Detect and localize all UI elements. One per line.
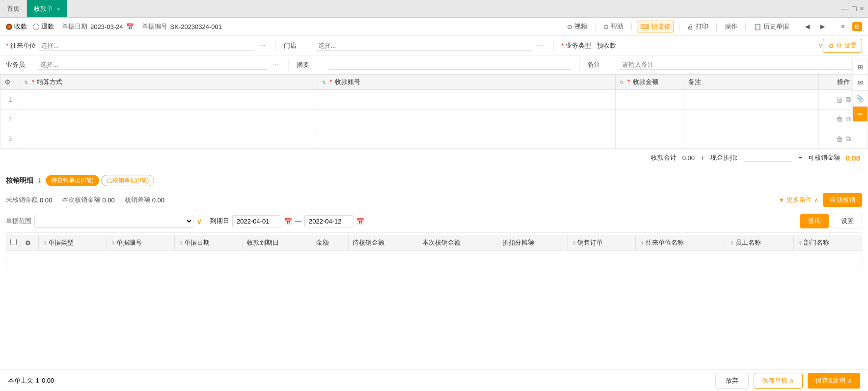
range-chevron[interactable]: ∨ [196,217,202,226]
writeoff-table: ⚙ ⇅ 单据类型 ⇅ 单据编号 ⇅ 单据日期 收款到期日 [6,235,862,270]
more-conditions-btn[interactable]: ▼ 更多条件 ∧ [778,196,819,204]
copy-row-2-icon[interactable]: ⧉ [846,115,851,123]
side-attach-icon[interactable]: 📎 [852,90,868,106]
table-row: 2 🗑 ⧉ [0,110,868,129]
toolbar-right: ⊙ 视频 ⊙ 帮助 ⌨ 快捷键 🖨 打印 操作 [564,21,862,32]
row-settlement-2[interactable] [20,110,318,129]
current-label: 本次核销金额 [62,196,100,204]
amount-value: 0.00 [42,377,54,384]
side-table-icon[interactable]: ⊞ [852,59,868,75]
tab-home[interactable]: 首页 [0,0,27,17]
print-btn[interactable]: 🖨 打印 [684,21,711,32]
row-remark-3[interactable] [684,129,819,149]
row-amount-1[interactable] [616,90,684,110]
close-tab-icon[interactable]: × [57,6,60,12]
col-gear-bottom[interactable]: ⚙ [21,235,39,251]
shortcut-btn[interactable]: ⌨ 快捷键 [637,21,674,32]
remark-input[interactable] [620,60,862,70]
prev-btn[interactable]: ◀ [802,22,813,31]
help-btn[interactable]: ⊙ 帮助 [600,21,626,32]
amount-info-icon[interactable]: ℹ [36,377,39,384]
net-label: 可核销金额 [808,153,840,162]
remark-label: 备注 [588,60,617,69]
row-remark-1[interactable] [684,90,819,110]
col-amount: ⇅ * 收款金额 [616,75,684,90]
section-title: 核销明细 [6,176,33,185]
settings-button[interactable]: ⚙ ⚙ 设置 [823,39,862,53]
net-value: 0.00 [846,154,860,162]
list-view-btn[interactable]: ≡ [838,22,847,31]
save-label: 保存&新增 [815,376,845,385]
query-button[interactable]: 查询 [800,214,829,228]
done-tab[interactable]: 已核销单据(0笔) [101,175,155,186]
receipt-radio[interactable]: 收款 [6,22,27,31]
partner-label: 往来单位 [6,41,36,50]
next-btn[interactable]: ▶ [817,22,828,31]
discount-input[interactable] [743,154,792,162]
current-value: 0.00 [102,196,114,204]
history-btn[interactable]: 📋 历史单据 [751,21,792,32]
window-close-icon[interactable]: × [860,4,864,13]
partner-input[interactable] [39,41,254,51]
col-gear[interactable]: ⚙ [0,75,20,90]
auto-writeoff-button[interactable]: 自动核销 [823,193,862,207]
plus-sign: + [701,154,705,162]
copy-row-1-icon[interactable]: ⧉ [846,95,851,104]
calendar-to-icon[interactable]: 📅 [356,218,364,225]
copy-row-3-icon[interactable]: ⧉ [846,135,851,143]
col-checkbox[interactable] [6,235,21,251]
col-current-writeoff: 本次核销金额 [418,235,498,251]
operation-btn[interactable]: 操作 [722,21,740,32]
select-all-checkbox[interactable] [10,239,17,245]
save-new-button[interactable]: 保存&新增 ∧ [808,373,860,389]
refund-radio[interactable]: 退款 [33,22,54,31]
tab-receipt[interactable]: 收款单 × [27,0,67,17]
draft-chevron-icon: ∧ [789,377,794,384]
store-input[interactable] [316,41,532,51]
row-settlement-3[interactable] [20,129,318,149]
summary-input[interactable] [329,60,571,70]
delete-row-2-icon[interactable]: 🗑 [836,115,843,123]
partner-more-icon[interactable]: ··· [257,41,267,50]
date-from-input[interactable] [232,215,281,227]
calendar-icon[interactable]: 📅 [126,23,134,30]
pending-tab[interactable]: 待核销单据(0笔) [46,175,99,186]
delete-row-1-icon[interactable]: 🗑 [836,96,843,104]
video-btn[interactable]: ⊙ 视频 [564,21,590,32]
date-to-input[interactable] [304,215,353,227]
window-max-icon[interactable]: □ [852,4,857,13]
row-account-2[interactable] [318,110,616,129]
store-more-icon[interactable]: ··· [535,41,545,50]
range-label: 单据范围 [6,217,31,225]
window-min-icon[interactable]: — [841,4,849,13]
date-range: 到期日 📅 — 📅 [210,215,364,227]
row-remark-2[interactable] [684,110,819,129]
row-amount-2[interactable] [616,110,684,129]
row-account-1[interactable] [318,90,616,110]
range-select[interactable] [34,215,193,228]
side-mail-icon[interactable]: ✉ [852,75,868,90]
row-account-3[interactable] [318,129,616,149]
staff-input[interactable] [38,60,267,70]
staff-more-icon[interactable]: ··· [270,60,280,69]
save-draft-button[interactable]: 保存草稿 ∧ [754,373,803,389]
tab-bar: 首页 收款单 × — □ × [0,0,868,18]
row-amount-3[interactable] [616,129,684,149]
side-edit-icon[interactable]: ✏ [852,106,868,122]
filter-row: 单据范围 ∨ 到期日 📅 — 📅 查询 设置 [6,210,862,233]
right-side-icons: ⊞ ✉ 📎 ✏ [852,59,868,122]
delete-row-3-icon[interactable]: 🗑 [836,135,843,143]
table-gear-icon[interactable]: ⚙ [4,78,11,86]
bottom-gear-icon[interactable]: ⚙ [25,239,31,247]
row-settlement-1[interactable] [20,90,318,110]
filter-settings-button[interactable]: 设置 [833,214,862,228]
grid-view-btn[interactable]: ⊞ [852,22,862,31]
business-chevron[interactable]: ∨ [818,42,823,49]
discard-button[interactable]: 放弃 [715,373,749,389]
equals-sign: = [798,154,802,162]
calendar-from-icon[interactable]: 📅 [284,218,292,225]
summary-label: 摘要 [297,60,326,69]
col-due-date: 收款到期日 [243,235,312,251]
section-info-icon[interactable]: ℹ [38,177,41,184]
type-radio-group: 收款 退款 [6,22,54,31]
